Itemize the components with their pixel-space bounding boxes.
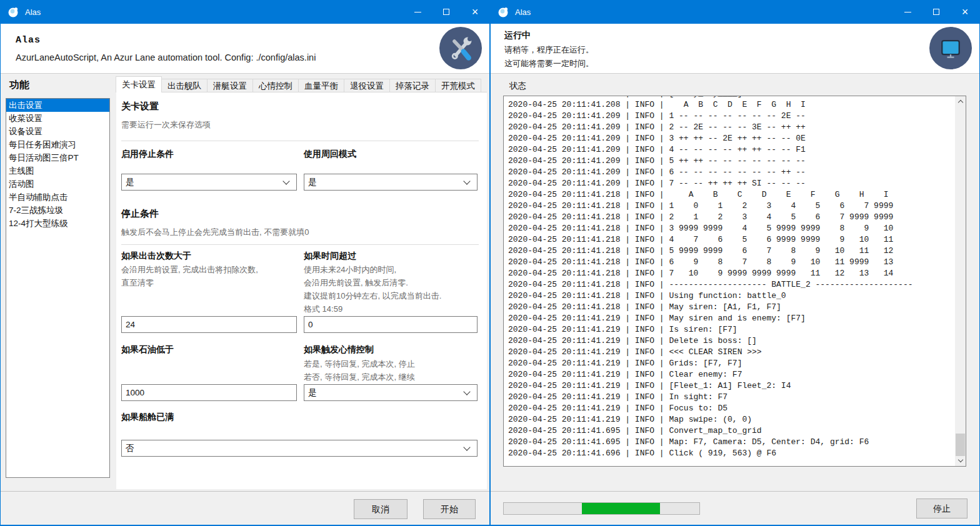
minimize-icon [414, 12, 421, 12]
log-line: 2020-04-25 20:11:41.218 | INFO | A B C D… [508, 189, 954, 201]
run-status-line1: 请稍等，程序正在运行。 [504, 44, 594, 56]
chevron-up-icon [958, 100, 962, 105]
time-limit-input[interactable] [304, 316, 478, 333]
progress-chunk [582, 503, 660, 514]
log-line: 2020-04-25 20:11:41.218 | INFO | 3 9999 … [508, 223, 954, 234]
header: 运行中 请稍等，程序正在运行。 这可能将需要一定时间。 [491, 24, 979, 74]
log-line: 2020-04-25 20:11:41.218 | INFO | May sir… [508, 302, 954, 313]
log-line: 2020-04-25 20:11:41.208 | INFO | A B C D… [508, 99, 954, 111]
sidebar-item[interactable]: 7-2三战拣垃圾 [6, 204, 109, 217]
log-line: 2020-04-25 20:11:41.209 | INFO | 2 -- 2E… [508, 122, 954, 133]
enable-stop-select[interactable]: 是 [121, 174, 297, 191]
close-icon: × [962, 6, 969, 17]
sidebar-item[interactable]: 半自动辅助点击 [6, 191, 109, 204]
tab[interactable]: 关卡设置 [116, 76, 162, 92]
dock-full-select[interactable]: 否 [121, 440, 478, 457]
sidebar-item[interactable]: 12-4打大型练级 [6, 217, 109, 230]
minimize-icon [904, 12, 911, 12]
tab[interactable]: 潜艇设置 [207, 79, 253, 92]
cancel-button[interactable]: 取消 [354, 499, 408, 519]
sidebar-heading: 功能 [9, 79, 29, 92]
tab[interactable]: 退役设置 [344, 79, 390, 92]
chevron-down-icon [463, 177, 470, 184]
log-line: 2020-04-25 20:11:41.695 | INFO | Map: F7… [508, 437, 954, 448]
chevron-down-icon [463, 444, 470, 450]
app-logo-icon [498, 6, 510, 18]
maximize-button[interactable] [432, 0, 461, 24]
log-line: 2020-04-25 20:11:41.696 | INFO | Click (… [508, 448, 954, 459]
wrench-screwdriver-icon [447, 34, 474, 62]
footer: 取消 开始 [1, 491, 489, 525]
log-line: 2020-04-25 20:11:41.219 | INFO | [Fleet_… [508, 380, 954, 392]
log-line: 2020-04-25 20:11:41.218 | INFO | 6 9 8 7… [508, 257, 954, 268]
minimize-button[interactable] [893, 0, 922, 24]
app-subtitle: AzurLaneAutoScript, An Azur Lane automat… [16, 52, 316, 62]
start-button[interactable]: 开始 [423, 499, 476, 519]
sidebar-item[interactable]: 活动图 [6, 177, 109, 191]
page-subtitle: 需要运行一次来保存选项 [121, 118, 211, 131]
log-line: 2020-04-25 20:11:41.219 | INFO | Clear e… [508, 369, 954, 380]
log-line: 2020-04-25 20:11:41.218 | INFO | 7 10 9 … [508, 268, 954, 279]
app-name: Alas [16, 35, 41, 46]
progress-bar [503, 502, 700, 515]
scrollbar-thumb[interactable] [956, 434, 965, 456]
window-title: Alas [25, 7, 41, 17]
monitor-badge [929, 27, 972, 69]
sortie-count-input[interactable] [121, 316, 297, 333]
tools-badge [439, 27, 482, 69]
tab-strip: 关卡设置出击舰队潜艇设置心情控制血量平衡退役设置掉落记录开荒模式 [116, 76, 481, 92]
label-sortie-count: 如果出击次数大于 [121, 251, 191, 262]
log-line: 2020-04-25 20:11:41.209 | INFO | 4 -- --… [508, 144, 954, 156]
titlebar[interactable]: Alas × [491, 0, 979, 24]
stop-button[interactable]: 停止 [916, 499, 968, 519]
sidebar-item[interactable]: 出击设置 [6, 99, 109, 112]
log-line: 2020-04-25 20:11:41.218 | INFO | 1 0 1 2… [508, 201, 954, 212]
sidebar-item[interactable]: 设备设置 [6, 125, 109, 138]
maximize-icon [443, 9, 449, 15]
log-line: 2020-04-25 20:11:41.209 | INFO | 7 -- --… [508, 178, 954, 189]
log-scrollbar[interactable] [955, 96, 966, 466]
log-line: 2020-04-25 20:11:41.219 | INFO | Grids: … [508, 358, 954, 369]
monitor-icon [937, 34, 964, 62]
log-line: 2020-04-25 20:11:41.218 | INFO | -------… [508, 279, 954, 290]
log-line: 2020-04-25 20:11:41.219 | INFO | <<< CLE… [508, 347, 954, 358]
sidebar-item[interactable]: 每日活动图三倍PT [6, 151, 109, 164]
function-list[interactable]: 出击设置收菜设置设备设置每日任务困难演习每日活动图三倍PT主线图活动图半自动辅助… [6, 98, 110, 478]
log-line: 2020-04-25 20:11:41.209 | INFO | 5 ++ ++… [508, 156, 954, 167]
chevron-down-icon [958, 457, 962, 462]
desktop: Alas × Alas AzurLaneAutoScript, An Azur … [0, 0, 980, 526]
desc-time-1: 使用未来24小时内的时间, [304, 263, 396, 276]
maximize-button[interactable] [922, 0, 951, 24]
status-label: 状态 [509, 81, 526, 92]
minimize-button[interactable] [403, 0, 432, 24]
label-loop-mode: 使用周回模式 [304, 149, 356, 160]
oil-input[interactable] [121, 384, 297, 401]
loop-mode-select[interactable]: 是 [304, 174, 478, 191]
log-line: 2020-04-25 20:11:41.209 | INFO | 1 -- --… [508, 111, 954, 122]
tab[interactable]: 出击舰队 [161, 79, 208, 92]
sidebar-item[interactable]: 每日任务困难演习 [6, 138, 109, 151]
close-button[interactable]: × [461, 0, 489, 24]
label-oil: 如果石油低于 [121, 344, 174, 355]
close-button[interactable]: × [951, 0, 979, 24]
scroll-up-button[interactable] [955, 96, 966, 107]
desc-time-4: 格式 14:59 [304, 302, 342, 315]
tab[interactable]: 开荒模式 [435, 79, 481, 92]
emotion-select[interactable]: 是 [304, 384, 478, 401]
sidebar-item[interactable]: 主线图 [6, 164, 109, 177]
label-enable-stop: 启用停止条件 [121, 149, 174, 160]
tab[interactable]: 心情控制 [252, 79, 299, 92]
log-line: 2020-04-25 20:11:41.219 | INFO | Focus t… [508, 403, 954, 414]
log-line: 2020-04-25 20:11:41.218 | INFO | 5 9999 … [508, 246, 954, 257]
log-line: 2020-04-25 20:11:41.218 | INFO | 4 7 6 5… [508, 234, 954, 246]
log-output[interactable]: 2020-04-25 20:11:41.188 | INFO | [enemy_… [503, 96, 966, 467]
log-line: 2020-04-25 20:11:41.219 | INFO | Is sire… [508, 324, 954, 335]
app-logo-icon [8, 6, 20, 18]
log-line: 2020-04-25 20:11:41.219 | INFO | May sir… [508, 313, 954, 324]
config-window: Alas × Alas AzurLaneAutoScript, An Azur … [0, 0, 490, 526]
scroll-down-button[interactable] [955, 455, 966, 466]
tab[interactable]: 掉落记录 [389, 79, 436, 92]
titlebar[interactable]: Alas × [1, 0, 489, 24]
sidebar-item[interactable]: 收菜设置 [6, 112, 109, 125]
tab[interactable]: 血量平衡 [298, 79, 344, 92]
